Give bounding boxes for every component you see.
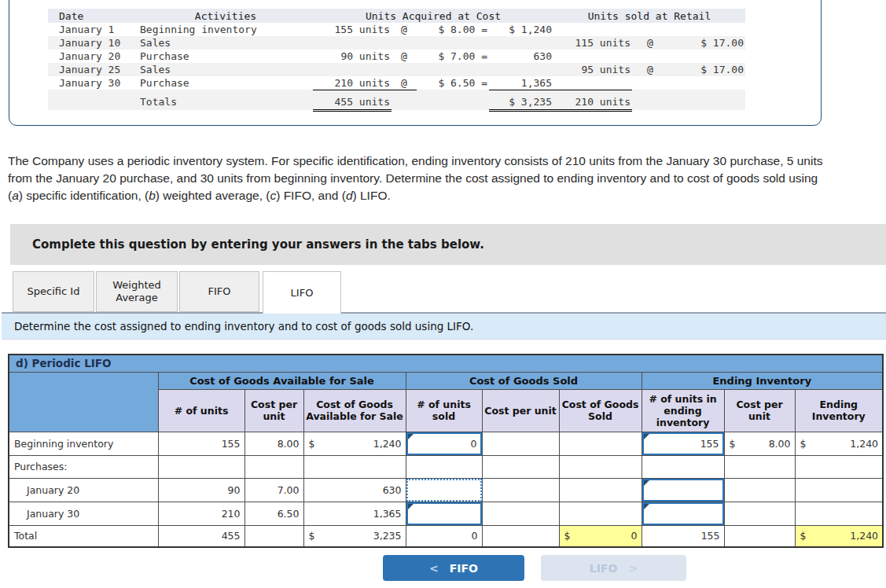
prev-tab-button-fifo[interactable]: < FIFO xyxy=(383,555,524,581)
group-header-goods-available: Cost of Goods Available for Sale xyxy=(158,372,406,389)
banner-text: Complete this question by entering your … xyxy=(32,237,484,252)
total-cogs-cell: $0 xyxy=(559,525,642,547)
scenario-amount xyxy=(489,63,553,76)
amount: 1,240 xyxy=(373,438,402,450)
amount: 630 xyxy=(383,484,402,496)
units-cell: 210 xyxy=(158,502,244,525)
scenario-header-date: Date xyxy=(48,9,138,23)
col-header-cogs: Cost of Goods Sold xyxy=(559,389,642,432)
dollar-sign: $ xyxy=(800,438,807,450)
cost-per-unit-cell: 8.00 xyxy=(244,432,303,455)
scenario-header-sold: Units sold at Retail xyxy=(553,9,745,23)
tab-label: Weighted Average xyxy=(97,279,177,304)
scenario-totals-sold-units: 210 units xyxy=(553,90,632,110)
tab-label: FIFO xyxy=(208,285,230,298)
scenario-retail: $ 17.00 xyxy=(668,63,745,76)
problem-letter-b: b xyxy=(149,189,156,202)
scenario-at2 xyxy=(632,23,668,36)
tab-label: LIFO xyxy=(291,287,314,300)
ei-cost-per-unit-cell xyxy=(724,502,795,525)
dollar-sign: $ xyxy=(730,438,736,450)
ending-inventory-cell: $1,240 xyxy=(795,432,883,455)
scenario-cost: $ 8.00 = xyxy=(417,23,489,36)
col-header-ending-inventory: Ending Inventory xyxy=(795,389,883,432)
next-tab-button-lifo[interactable]: LIFO > xyxy=(541,555,686,581)
next-button-label: LIFO xyxy=(590,562,618,575)
scenario-activity: Beginning inventory xyxy=(138,23,313,36)
tab-weighted-average[interactable]: Weighted Average xyxy=(96,271,178,312)
scenario-date: January 1 xyxy=(48,23,138,36)
problem-text: The Company uses a periodic inventory sy… xyxy=(8,153,827,204)
total-ending-inventory-cell: $1,240 xyxy=(795,525,883,547)
units-ending-input[interactable] xyxy=(642,479,724,502)
scenario-row: January 10 Sales 115 units @ $ 17.00 xyxy=(48,36,745,50)
units-ending-input[interactable] xyxy=(642,432,724,455)
tab-lifo[interactable]: LIFO xyxy=(263,271,341,314)
amount: 3,235 xyxy=(373,530,402,542)
row-label: Total xyxy=(9,525,158,547)
scenario-date: January 25 xyxy=(48,63,138,76)
scenario-at2: @ xyxy=(632,63,668,76)
lifo-worksheet: d) Periodic LIFO Cost of Goods Available… xyxy=(8,354,884,548)
group-header-ending-inventory: Ending Inventory xyxy=(642,372,883,389)
problem-letter-a: a xyxy=(12,189,19,202)
cell-marker-icon xyxy=(644,434,649,439)
scenario-cost: $ 7.00 = xyxy=(417,50,489,63)
scenario-amount: $ 1,240 xyxy=(489,23,553,36)
scenario-header-row: Date Activities Units Acquired at Cost U… xyxy=(48,9,745,23)
cost-per-unit-cell: 7.00 xyxy=(244,478,303,502)
scenario-retail xyxy=(668,76,745,90)
scenario-at: @ xyxy=(392,76,417,90)
scenario-row: January 20 Purchase 90 units @ $ 7.00 = … xyxy=(48,50,745,63)
row-label: January 20 xyxy=(9,478,158,502)
scenario-cost: $ 6.50 = xyxy=(417,76,489,90)
col-header-units-sold: # of units sold xyxy=(406,389,482,432)
ending-inventory-cell xyxy=(795,478,883,502)
cell-marker-icon xyxy=(644,504,649,509)
amount: 0 xyxy=(631,530,638,542)
chevron-left-icon: < xyxy=(429,562,439,575)
row-total: Total 455 $3,235 0 $0 155 $1,240 xyxy=(9,525,883,547)
scenario-totals-row: Totals 455 units $ 3,235 210 units xyxy=(48,90,745,110)
units-sold-input[interactable] xyxy=(406,502,482,525)
scenario-at2 xyxy=(632,76,668,90)
tab-specific-id[interactable]: Specific Id xyxy=(13,271,94,312)
scenario-box: Date Activities Units Acquired at Cost U… xyxy=(9,0,822,126)
cogs-cell xyxy=(559,432,642,455)
units-sold-input-cell xyxy=(406,478,482,502)
scenario-date: January 10 xyxy=(48,36,138,50)
amount: 1,365 xyxy=(373,508,402,520)
tab-fifo[interactable]: FIFO xyxy=(179,271,259,312)
scenario-cost xyxy=(417,63,489,76)
total-units-sold-cell: 0 xyxy=(406,525,482,547)
scenario-table: Date Activities Units Acquired at Cost U… xyxy=(48,9,745,112)
total-units-ending-cell: 155 xyxy=(642,525,724,547)
row-beginning-inventory: Beginning inventory 155 8.00 $1,240 $8.0… xyxy=(9,432,883,455)
total-cost-available-cell: $3,235 xyxy=(303,525,406,547)
units-sold-input[interactable] xyxy=(406,432,482,455)
units-sold-input-active[interactable] xyxy=(406,479,482,502)
scenario-at2: @ xyxy=(632,36,668,50)
ending-inventory-cell xyxy=(795,502,883,525)
problem-part: ) weighted average, ( xyxy=(156,189,270,202)
cell-marker-icon xyxy=(408,434,414,439)
scenario-date: January 30 xyxy=(48,76,138,90)
scenario-units xyxy=(313,63,392,76)
scenario-activity: Purchase xyxy=(138,50,313,63)
units-ending-input[interactable] xyxy=(642,502,724,525)
instruction-strip: Determine the cost assigned to ending in… xyxy=(2,314,886,340)
col-header-cost-per-unit: Cost per unit xyxy=(482,389,559,432)
scenario-units: 210 units xyxy=(313,76,392,90)
chevron-right-icon: > xyxy=(628,562,638,575)
row-label: Purchases: xyxy=(9,455,158,478)
scenario-at xyxy=(392,63,417,76)
scenario-sold-units xyxy=(553,50,632,63)
scenario-units xyxy=(313,36,392,50)
problem-part: ) FIFO, and ( xyxy=(276,189,346,202)
units-cell: 90 xyxy=(158,478,244,502)
cost-available-cell: 1,365 xyxy=(303,502,406,525)
dollar-sign: $ xyxy=(564,530,571,542)
scenario-totals-label: Totals xyxy=(138,90,313,110)
amount: 8.00 xyxy=(769,438,791,450)
amount: 1,240 xyxy=(850,438,878,450)
